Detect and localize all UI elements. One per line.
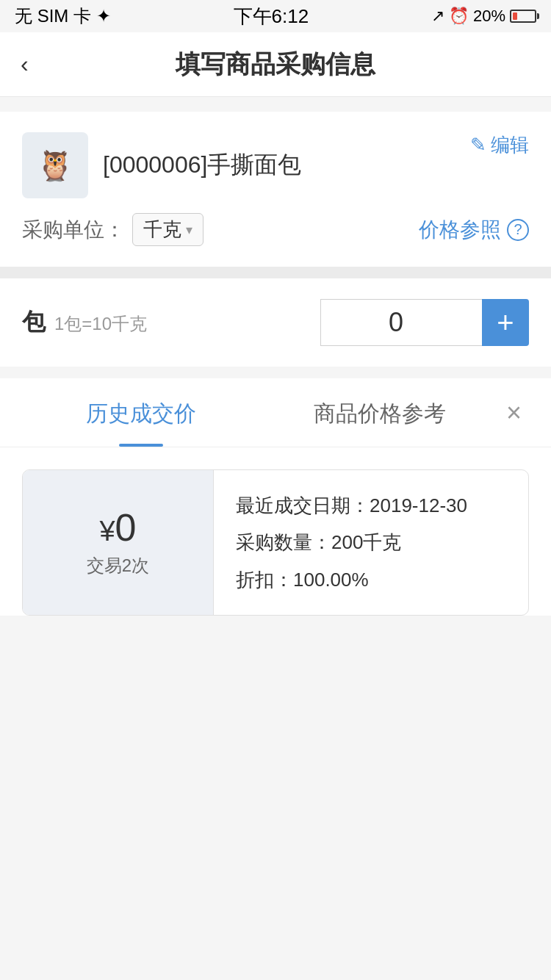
product-thumbnail: 🦉 [22, 132, 88, 198]
battery-icon [510, 10, 536, 23]
status-right: ↗ ⏰ 20% [431, 7, 536, 26]
signal-text: 无 SIM 卡 ✦ [15, 4, 111, 28]
history-right: 最近成交日期：2019-12-30 采购数量：200千克 折扣：100.00% [214, 470, 528, 615]
unit-select[interactable]: 千克 ▾ [132, 213, 204, 246]
price-ref-label: 价格参照 [419, 216, 501, 244]
page-title: 填写商品采购信息 [176, 48, 375, 82]
location-icon: ↗ [431, 7, 444, 26]
purchase-qty-value: 200千克 [331, 531, 401, 553]
price-value: 0 [115, 506, 137, 549]
qty-unit-name: 包 [22, 306, 46, 339]
tab-close-button[interactable]: × [499, 397, 529, 428]
yen-symbol: ¥ [99, 516, 115, 547]
product-name: [0000006]手撕面包 [103, 149, 301, 181]
tabs-header: 历史成交价 商品价格参考 × [0, 378, 551, 447]
purchase-qty-label: 采购数量： [236, 531, 331, 553]
price-ref-button[interactable]: 价格参照 ? [419, 216, 529, 244]
tab-product-price-ref[interactable]: 商品价格参考 [260, 378, 498, 447]
battery-fill [513, 12, 517, 20]
divider [0, 267, 551, 278]
edit-label: 编辑 [491, 132, 529, 158]
product-card: 🦉 [0000006]手撕面包 ✎ 编辑 采购单位： 千克 ▾ 价格参照 ? [0, 112, 551, 267]
history-left: ¥0 交易2次 [23, 470, 214, 615]
battery-percent: 20% [473, 7, 505, 26]
product-image: 🦉 [37, 148, 73, 183]
recent-date-label: 最近成交日期： [236, 494, 370, 516]
status-time: 下午6:12 [234, 4, 309, 29]
purchase-qty-row: 采购数量：200千克 [236, 529, 506, 555]
qty-input-group: + [320, 299, 529, 346]
qty-conversion: 1包=10千克 [54, 312, 147, 336]
help-icon: ? [507, 219, 529, 241]
nav-bar: ‹ 填写商品采购信息 [0, 32, 551, 97]
tab-history-price[interactable]: 历史成交价 [22, 378, 260, 447]
history-card: ¥0 交易2次 最近成交日期：2019-12-30 采购数量：200千克 折扣：… [22, 469, 529, 616]
product-left: 🦉 [0000006]手撕面包 [22, 132, 301, 198]
qty-input[interactable] [320, 299, 482, 346]
recent-date-value: 2019-12-30 [370, 494, 467, 516]
history-trades: 交易2次 [87, 554, 149, 577]
main-content [0, 638, 551, 980]
product-header: 🦉 [0000006]手撕面包 ✎ 编辑 [22, 132, 529, 198]
history-price: ¥0 [99, 508, 136, 547]
edit-button[interactable]: ✎ 编辑 [470, 132, 529, 158]
qty-plus-button[interactable]: + [482, 299, 529, 346]
unit-label: 采购单位： [22, 216, 125, 244]
unit-group: 采购单位： 千克 ▾ [22, 213, 204, 246]
discount-row: 折扣：100.00% [236, 566, 506, 593]
status-bar: 无 SIM 卡 ✦ 下午6:12 ↗ ⏰ 20% [0, 0, 551, 32]
discount-value: 100.00% [293, 569, 369, 591]
quantity-row: 包 1包=10千克 + [0, 278, 551, 367]
edit-icon: ✎ [470, 134, 486, 156]
product-unit-row: 采购单位： 千克 ▾ 价格参照 ? [22, 213, 529, 246]
alarm-icon: ⏰ [449, 7, 469, 26]
dropdown-arrow-icon: ▾ [186, 222, 192, 238]
recent-date-row: 最近成交日期：2019-12-30 [236, 492, 506, 519]
discount-label: 折扣： [236, 569, 293, 591]
back-button[interactable]: ‹ [21, 51, 29, 78]
unit-value: 千克 [143, 217, 181, 242]
status-left: 无 SIM 卡 ✦ [15, 4, 111, 28]
tabs-section: 历史成交价 商品价格参考 × ¥0 交易2次 最近成交日期：2019-12-30… [0, 378, 551, 616]
quantity-label: 包 1包=10千克 [22, 306, 147, 339]
